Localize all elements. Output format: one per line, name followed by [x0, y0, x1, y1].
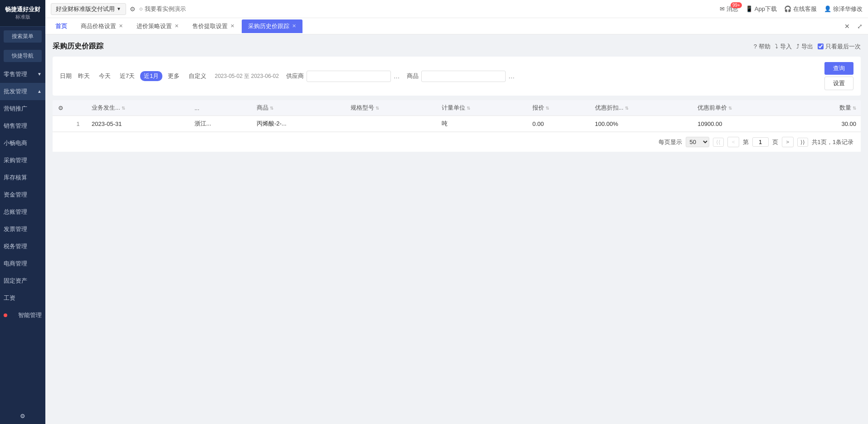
- tab-close-icon[interactable]: ✕: [230, 23, 234, 29]
- th-price[interactable]: 报价 ⇅: [528, 100, 590, 116]
- date-label: 日期: [60, 72, 72, 80]
- next-page-button[interactable]: ＞: [782, 137, 794, 147]
- per-page-select[interactable]: 50 20 100 200: [686, 137, 709, 147]
- supplier-input[interactable]: [307, 71, 391, 82]
- sidebar-item-inventory[interactable]: 库存核算: [0, 169, 45, 186]
- main-area: 好业财标准版交付试用 ▼ ⚙ ○ 我要看实例演示 ✉ 消息 99+ 📱 App下…: [45, 0, 868, 424]
- tab-history-price[interactable]: 采购历史价跟踪 ✕: [242, 19, 302, 33]
- only-last-input[interactable]: [818, 43, 824, 49]
- message-badge: 99+: [731, 2, 742, 8]
- user-menu-button[interactable]: 👤 徐泽华修改: [824, 5, 863, 13]
- date-last1m-button[interactable]: 近1月: [140, 71, 162, 81]
- product-input[interactable]: [421, 71, 506, 82]
- row-product: 丙烯酸-2-...: [252, 116, 346, 132]
- tab-close-icon[interactable]: ✕: [292, 23, 296, 29]
- tab-price-extract[interactable]: 售价提取设置 ✕: [186, 19, 241, 33]
- sidebar-item-retail[interactable]: 零售管理 ▼: [0, 66, 45, 83]
- filter-area: 日期 昨天 今天 近7天 近1月 更多 自定义 2023-05-02 至 202…: [53, 57, 861, 96]
- tab-price-settings[interactable]: 商品价格设置 ✕: [74, 19, 129, 33]
- tab-fullscreen-button[interactable]: ⤢: [855, 22, 864, 31]
- message-button[interactable]: ✉ 消息 99+: [720, 5, 738, 13]
- supplier-filter: 供应商 ...: [286, 71, 400, 82]
- th-quantity[interactable]: 数量 ⇅: [798, 100, 861, 116]
- sort-icon: ⇅: [270, 106, 273, 111]
- sidebar-item-ecommerce[interactable]: 电商管理: [0, 255, 45, 272]
- date-more-button[interactable]: 更多: [164, 71, 183, 81]
- question-icon: ?: [754, 43, 757, 50]
- table-body: 1 2023-05-31 浙江... 丙烯酸-2-... 吨 0.00 100.…: [53, 116, 861, 132]
- row-gear: [53, 116, 69, 132]
- export-icon: ⤴: [796, 43, 800, 50]
- message-icon: ✉: [720, 5, 725, 12]
- quick-nav-button[interactable]: 快捷导航: [4, 50, 42, 62]
- th-unit[interactable]: 计量单位 ⇅: [437, 100, 528, 116]
- page-input[interactable]: [752, 137, 769, 147]
- supplier-more-icon[interactable]: ...: [394, 72, 400, 80]
- sidebar: 畅捷通好业财 标准版 搜索菜单 快捷导航 零售管理 ▼ 批发管理 ▲ 营销推广 …: [0, 0, 45, 424]
- sidebar-item-label: 批发管理: [4, 87, 27, 96]
- sidebar-gear-button[interactable]: ⚙: [0, 408, 45, 424]
- date-today-button[interactable]: 今天: [95, 71, 114, 81]
- sidebar-item-sales[interactable]: 销售管理: [0, 117, 45, 135]
- sidebar-item-payroll[interactable]: 工资: [0, 289, 45, 307]
- last-page-button[interactable]: ⟩⟩: [797, 138, 808, 147]
- demo-icon: ○: [139, 5, 143, 12]
- company-selector[interactable]: 好业财标准版交付试用 ▼: [51, 3, 126, 15]
- th-discount[interactable]: 优惠折扣... ⇅: [590, 100, 693, 116]
- sidebar-logo: 畅捷通好业财 标准版: [0, 0, 45, 27]
- sidebar-item-ecommerce-small[interactable]: 小畅电商: [0, 135, 45, 152]
- tab-label: 首页: [55, 22, 67, 30]
- tab-purchase-strategy[interactable]: 进价策略设置 ✕: [130, 19, 185, 33]
- th-date[interactable]: 业务发生... ⇅: [87, 100, 190, 116]
- topbar-gear-icon[interactable]: ⚙: [130, 5, 136, 13]
- online-service-button[interactable]: 🎧 在线客服: [784, 5, 817, 13]
- sidebar-item-purchase[interactable]: 采购管理: [0, 152, 45, 169]
- sidebar-item-finance[interactable]: 资金管理: [0, 186, 45, 203]
- sort-icon: ⇅: [625, 106, 629, 111]
- sidebar-item-fixed-assets[interactable]: 固定资产: [0, 272, 45, 289]
- sidebar-item-wholesale[interactable]: 批发管理 ▲: [0, 83, 45, 100]
- search-menu-button[interactable]: 搜索菜单: [4, 30, 42, 43]
- quick-nav-section: 快捷导航: [0, 46, 45, 66]
- page-label: 第: [743, 138, 749, 146]
- app-download-button[interactable]: 📱 App下载: [746, 5, 777, 13]
- sort-icon: ⇅: [728, 106, 732, 111]
- settings-button[interactable]: 设置: [824, 77, 853, 90]
- demo-link[interactable]: ○ 我要看实例演示: [139, 5, 186, 13]
- date-last7-button[interactable]: 近7天: [116, 71, 138, 81]
- date-yesterday-button[interactable]: 昨天: [74, 71, 93, 81]
- th-product[interactable]: 商品 ⇅: [252, 100, 346, 116]
- only-last-checkbox[interactable]: 只看最后一次: [818, 43, 861, 51]
- table-row[interactable]: 1 2023-05-31 浙江... 丙烯酸-2-... 吨 0.00 100.…: [53, 116, 861, 132]
- date-options: 昨天 今天 近7天 近1月 更多 自定义: [74, 71, 210, 81]
- tab-close-icon[interactable]: ✕: [175, 23, 179, 29]
- prev-page-button[interactable]: ＜: [727, 137, 739, 147]
- export-button[interactable]: ⤴ 导出: [796, 43, 813, 51]
- th-extra[interactable]: ...: [190, 100, 252, 116]
- row-price: 0.00: [528, 116, 590, 132]
- import-button[interactable]: ⤵ 导入: [775, 43, 792, 51]
- th-gear[interactable]: ⚙: [53, 100, 69, 116]
- product-more-icon[interactable]: ...: [508, 72, 514, 80]
- topbar-left: 好业财标准版交付试用 ▼ ⚙ ○ 我要看实例演示: [51, 3, 186, 15]
- data-table-container: ⚙ 业务发生... ⇅ ...: [53, 100, 861, 132]
- sidebar-item-label: 固定资产: [4, 277, 27, 285]
- sidebar-item-marketing[interactable]: 营销推广: [0, 100, 45, 117]
- date-custom-button[interactable]: 自定义: [185, 71, 210, 81]
- sidebar-item-smart[interactable]: 智能管理: [0, 307, 45, 324]
- tab-close-button[interactable]: ✕: [843, 22, 852, 31]
- sidebar-item-label: 零售管理: [4, 70, 27, 78]
- th-original-price[interactable]: 优惠前单价 ⇅: [693, 100, 798, 116]
- help-button[interactable]: ? 帮助: [754, 43, 770, 51]
- tab-home[interactable]: 首页: [49, 19, 73, 33]
- tab-close-icon[interactable]: ✕: [119, 23, 123, 29]
- chevron-up-icon: ▲: [37, 89, 42, 94]
- sidebar-item-invoice[interactable]: 发票管理: [0, 221, 45, 238]
- th-spec[interactable]: 规格型号 ⇅: [346, 100, 437, 116]
- sidebar-item-general-ledger[interactable]: 总账管理: [0, 203, 45, 221]
- query-button[interactable]: 查询: [824, 62, 853, 75]
- sidebar-item-tax[interactable]: 税务管理: [0, 238, 45, 255]
- row-discount: 100.00%: [590, 116, 693, 132]
- first-page-button[interactable]: ⟨⟨: [713, 138, 724, 147]
- gear-icon: ⚙: [20, 413, 25, 419]
